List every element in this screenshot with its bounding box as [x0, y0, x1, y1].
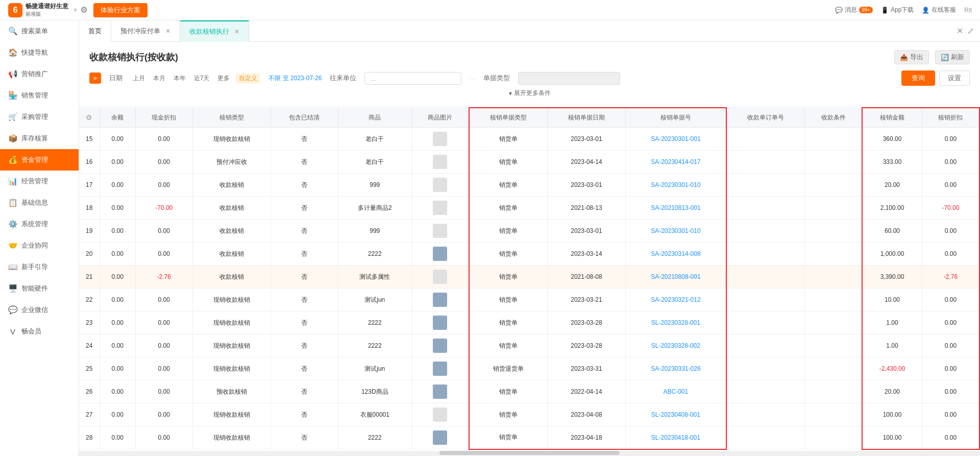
sidebar-item-basic[interactable]: 📋 基础信息	[0, 192, 79, 213]
sidebar-item-shortcut[interactable]: 🏠 快捷导航	[0, 42, 79, 63]
sidebar-item-operations[interactable]: 📊 经营管理	[0, 171, 79, 192]
refresh-btn[interactable]: 🔄 刷新	[935, 50, 970, 64]
date-opt-last-month[interactable]: 上月	[131, 73, 147, 84]
cell-bill-report-date: 2023-03-01	[547, 220, 625, 243]
sidebar-item-collab[interactable]: 🤝 企业协同	[0, 235, 79, 256]
cell-product-img	[411, 334, 469, 357]
cell-product-img	[411, 289, 469, 311]
th-product-img: 商品图片	[411, 108, 469, 128]
bill-no-link[interactable]: ABC-001	[664, 388, 689, 395]
bill-no-link[interactable]: SA-20230301-010	[651, 227, 700, 234]
sidebar-item-marketing[interactable]: 📢 营销推广	[0, 63, 79, 85]
cell-bill-report-no: SA-20230301-010	[625, 220, 726, 243]
cell-product-img	[411, 174, 469, 197]
cell-num: 23	[79, 311, 100, 334]
bill-no-link[interactable]: SL-20230328-002	[651, 342, 700, 349]
industry-btn[interactable]: 体验行业方案	[93, 3, 148, 17]
tab-prepay[interactable]: 预付冲应付单 ✕	[111, 20, 180, 42]
cell-receipt-order-no	[726, 243, 805, 266]
sidebar-item-system[interactable]: ⚙️ 系统管理	[0, 213, 79, 235]
app-download-btn[interactable]: 📱 App下载	[881, 6, 914, 14]
cell-bill-report-type: 销货单	[469, 334, 548, 357]
bill-no-link[interactable]: SA-20230331-026	[651, 365, 700, 372]
sidebar-item-purchase[interactable]: 🛒 采购管理	[0, 106, 79, 128]
megaphone-icon: 📢	[8, 69, 17, 79]
cell-writeoff-type: 现销收款核销	[192, 289, 271, 311]
bill-no-link[interactable]: SA-20210813-001	[651, 204, 700, 211]
settings-icon[interactable]: ⚙	[80, 5, 87, 15]
cell-receipt-condition	[805, 334, 863, 357]
sidebar-item-hardware[interactable]: 🖥️ 智能硬件	[0, 278, 79, 299]
tab-collection-close[interactable]: ✕	[234, 28, 239, 35]
dropdown-arrow-icon[interactable]: ▾	[74, 6, 77, 14]
sidebar-item-inventory[interactable]: 📦 库存核算	[0, 128, 79, 149]
tab-close-btn[interactable]: ✕	[957, 26, 963, 36]
cell-bill-report-date: 2021-08-08	[547, 266, 625, 289]
bill-type-select[interactable]	[518, 72, 620, 85]
filter-expand-btn[interactable]: »	[89, 73, 101, 84]
from-unit-input[interactable]	[364, 72, 461, 85]
sidebar-item-member[interactable]: V 畅会员	[0, 321, 79, 342]
column-settings-icon[interactable]: ⚙	[86, 113, 92, 122]
table-row: 17 0.00 0.00 收款核销 否 999 销货单 2023-03-01 S…	[79, 174, 979, 197]
logo-icon: 6	[8, 3, 22, 17]
cell-receipt-condition	[805, 266, 863, 289]
bill-no-link[interactable]: SL-20230328-001	[651, 319, 700, 326]
sidebar-item-wechat[interactable]: 💬 企业微信	[0, 299, 79, 321]
table-row: 18 0.00 -70.00 收款核销 否 多计量商品2 销货单 2021-08…	[79, 197, 979, 220]
message-btn[interactable]: 💬 消息 99+	[835, 6, 873, 14]
tab-prepay-close[interactable]: ✕	[165, 28, 170, 35]
cell-writeoff-amount: 3,390.00	[862, 266, 922, 289]
shop-icon: 🏪	[8, 91, 17, 100]
bill-no-link[interactable]: SA-20210808-001	[651, 273, 700, 280]
export-btn[interactable]: 📤 导出	[894, 50, 929, 64]
tab-home[interactable]: 首页	[79, 20, 111, 42]
cell-bill-report-type: 销货单	[469, 174, 548, 197]
cell-writeoff-type: 收款核销	[192, 197, 271, 220]
box-icon: 📦	[8, 134, 17, 143]
cell-bill-report-no: SL-20230408-001	[625, 403, 726, 426]
cell-writeoff-discount: 0.00	[922, 243, 979, 266]
expand-more-btn[interactable]: ▾ 展开更多条件	[89, 86, 970, 101]
date-opt-custom[interactable]: 自定义	[236, 73, 260, 84]
bill-no-link[interactable]: SA-20230321-012	[651, 296, 700, 303]
bill-no-link[interactable]: SA-20230301-010	[651, 181, 700, 188]
cell-cash-discount: 0.00	[135, 128, 192, 151]
sidebar: 🔍 搜索菜单 🏠 快捷导航 📢 营销推广 🏪 销售管理 🛒 采购管理 📦 库存核…	[0, 20, 79, 456]
cell-product: 衣服00001	[338, 403, 411, 426]
bill-no-link[interactable]: SL-20230418-001	[651, 434, 700, 441]
tab-collection[interactable]: 收款核销执行 ✕	[180, 20, 249, 42]
query-btn[interactable]: 查询	[901, 70, 935, 86]
gear-icon: ⚙️	[8, 220, 17, 229]
date-opt-more[interactable]: 更多	[215, 73, 232, 84]
date-range[interactable]: 不限 至 2023-07-26	[268, 74, 322, 83]
cell-include-settled: 否	[271, 151, 338, 174]
date-opt-this-year[interactable]: 本年	[172, 73, 188, 84]
cell-balance: 0.00	[100, 266, 135, 289]
product-img	[433, 155, 447, 169]
cell-writeoff-type: 现销收款核销	[192, 357, 271, 380]
cell-receipt-order-no	[726, 426, 805, 449]
sidebar-item-guide[interactable]: 📖 新手引导	[0, 256, 79, 278]
date-opt-this-month[interactable]: 本月	[151, 73, 167, 84]
bill-no-link[interactable]: SA-20230301-001	[651, 135, 700, 142]
bill-no-link[interactable]: SA-20230414-017	[651, 158, 700, 165]
refresh-icon: 🔄	[941, 54, 949, 61]
bill-no-link[interactable]: SL-20230408-001	[651, 411, 700, 418]
cell-bill-report-type: 销货单	[469, 380, 548, 403]
cell-balance: 0.00	[100, 334, 135, 357]
sidebar-item-search[interactable]: 🔍 搜索菜单	[0, 20, 79, 42]
date-opt-7days[interactable]: 近7天	[192, 73, 212, 84]
sidebar-item-sales[interactable]: 🏪 销售管理	[0, 85, 79, 106]
logo-area: 6 畅捷通谱好生意 标准版 ▾ ⚙	[8, 2, 87, 18]
cell-receipt-order-no	[726, 403, 805, 426]
cell-product-img	[411, 426, 469, 449]
cell-bill-report-no: SA-20230314-008	[625, 243, 726, 266]
cell-product: 老白干	[338, 151, 411, 174]
settings-btn[interactable]: 设置	[939, 70, 970, 86]
cell-include-settled: 否	[271, 220, 338, 243]
tab-expand-btn[interactable]: ⤢	[967, 26, 974, 36]
bill-no-link[interactable]: SA-20230314-008	[651, 250, 700, 257]
online-service-btn[interactable]: 👤 在线客服	[922, 6, 956, 14]
sidebar-item-finance[interactable]: 💰 资金管理	[0, 149, 79, 171]
